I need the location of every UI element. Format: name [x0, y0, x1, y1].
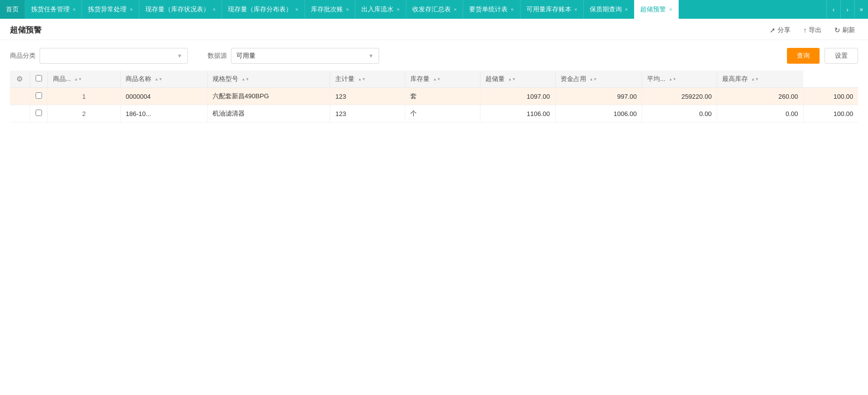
column-unit-label: 主计量: [335, 75, 354, 82]
filter-area: 商品分类 ▼ 数据源 可用量 ▼ 查询 设置: [0, 40, 868, 69]
close-icon-inventory-batch[interactable]: ×: [346, 6, 349, 12]
data-table: ⚙ 商品... ▲▼ 商品名称 ▲▼ 规格型号 ▲▼ 主计: [10, 71, 858, 122]
share-button[interactable]: ➚ 分享: [767, 25, 793, 36]
row-capital: 259220.00: [642, 88, 717, 105]
row-avg: 0.00: [717, 105, 803, 122]
row-spec: 123: [330, 88, 405, 105]
column-spec-label: 规格型号: [213, 75, 238, 82]
category-filter-group: 商品分类 ▼: [10, 48, 188, 64]
sort-icon-overstock: ▲▼: [508, 78, 516, 81]
nav-label-expiry-query: 保质期查询: [590, 5, 622, 14]
row-max-inventory: 100.00: [803, 105, 858, 122]
refresh-button[interactable]: ↻ 刷新: [831, 25, 858, 36]
table-row: 1 0000004 六配套新昌490BPG 123 套 1097.00 997.…: [10, 88, 858, 105]
nav-next-button[interactable]: ›: [840, 0, 854, 19]
share-icon: ➚: [770, 26, 776, 34]
nav-item-collect-summary[interactable]: 收发存汇总表 ×: [406, 0, 463, 19]
share-label: 分享: [778, 26, 790, 35]
column-unit[interactable]: 主计量 ▲▼: [330, 71, 405, 88]
nav-close-all-button[interactable]: ×: [854, 0, 868, 19]
column-capital[interactable]: 资金占用 ▲▼: [555, 71, 642, 88]
column-settings[interactable]: ⚙: [10, 71, 30, 88]
query-button[interactable]: 查询: [787, 48, 820, 64]
close-icon-overstock-warning[interactable]: ×: [669, 6, 672, 12]
column-overstock-label: 超储量: [485, 75, 505, 82]
nav-item-task-mgmt[interactable]: 拣货任务管理 ×: [25, 0, 82, 19]
category-filter-label: 商品分类: [10, 51, 36, 60]
nav-label-inventory-status: 现存量（库存状况表）: [145, 5, 210, 14]
datasource-select[interactable]: 可用量 ▼: [231, 48, 379, 64]
nav-label-inventory-batch: 库存批次账: [311, 5, 343, 14]
category-dropdown-icon: ▼: [177, 53, 182, 59]
sort-icon-spec: ▲▼: [241, 78, 249, 81]
row-avg: 260.00: [717, 88, 803, 105]
nav-label-home: 首页: [6, 5, 19, 14]
nav-item-expiry-query[interactable]: 保质期查询 ×: [584, 0, 634, 19]
column-inventory[interactable]: 库存量 ▲▼: [405, 71, 480, 88]
top-nav: 首页 拣货任务管理 × 拣货异常处理 × 现存量（库存状况表） × 现存量（库存…: [0, 0, 868, 19]
nav-item-order-stats[interactable]: 要货单统计表 ×: [463, 0, 520, 19]
row-unit: 套: [405, 88, 480, 105]
column-product-name[interactable]: 商品名称 ▲▼: [121, 71, 208, 88]
refresh-icon: ↻: [834, 26, 840, 34]
export-icon: ↑: [803, 26, 807, 34]
sort-icon-product-name: ▲▼: [155, 78, 163, 81]
row-check-cell: [30, 88, 47, 105]
row-check-cell: [30, 105, 47, 122]
close-icon-expiry-query[interactable]: ×: [625, 6, 628, 12]
close-icon-order-stats[interactable]: ×: [511, 6, 514, 12]
close-icon-inout-flow[interactable]: ×: [396, 6, 399, 12]
row-checkbox[interactable]: [36, 110, 42, 116]
nav-prev-button[interactable]: ‹: [826, 0, 840, 19]
nav-item-inventory-status[interactable]: 现存量（库存状况表） ×: [139, 0, 222, 19]
close-icon-collect-summary[interactable]: ×: [454, 6, 457, 12]
row-product-code: 186-10...: [121, 105, 208, 122]
datasource-filter-group: 数据源 可用量 ▼: [208, 48, 379, 64]
nav-label-inout-flow: 出入库流水: [361, 5, 393, 14]
nav-item-inventory-batch[interactable]: 库存批次账 ×: [305, 0, 355, 19]
datasource-filter-label: 数据源: [208, 51, 227, 60]
row-settings-cell: [10, 105, 30, 122]
refresh-label: 刷新: [842, 26, 855, 35]
nav-item-abnormal[interactable]: 拣货异常处理 ×: [82, 0, 139, 19]
column-overstock[interactable]: 超储量 ▲▼: [480, 71, 555, 88]
export-button[interactable]: ↑ 导出: [800, 25, 825, 36]
nav-arrows: ‹ › ×: [826, 0, 868, 19]
nav-label-available-ledger: 可用量库存账本: [526, 5, 571, 14]
row-settings-cell: [10, 88, 30, 105]
nav-item-available-ledger[interactable]: 可用量库存账本 ×: [521, 0, 584, 19]
row-product-code: 0000004: [121, 88, 208, 105]
close-icon-inventory-status[interactable]: ×: [213, 6, 216, 12]
settings-button[interactable]: 设置: [825, 48, 858, 64]
close-icon-task-mgmt[interactable]: ×: [73, 6, 76, 12]
table-header-row: ⚙ 商品... ▲▼ 商品名称 ▲▼ 规格型号 ▲▼ 主计: [10, 71, 858, 88]
close-icon-abnormal[interactable]: ×: [130, 6, 132, 12]
nav-item-inventory-dist[interactable]: 现存量（库存分布表） ×: [222, 0, 304, 19]
column-product-code-label: 商品...: [53, 75, 71, 82]
page-header: 超储预警 ➚ 分享 ↑ 导出 ↻ 刷新: [0, 19, 868, 40]
category-select[interactable]: ▼: [40, 48, 188, 64]
close-icon-available-ledger[interactable]: ×: [574, 6, 577, 12]
column-spec[interactable]: 规格型号 ▲▼: [207, 71, 330, 88]
nav-item-overstock-warning[interactable]: 超储预警 ×: [634, 0, 678, 19]
sort-icon-product-code: ▲▼: [74, 78, 82, 81]
nav-label-task-mgmt: 拣货任务管理: [31, 5, 70, 14]
row-num-cell: 1: [47, 88, 121, 105]
column-checkbox: [30, 71, 47, 88]
row-max-inventory: 100.00: [803, 88, 858, 105]
row-checkbox[interactable]: [36, 92, 42, 99]
column-max-inventory[interactable]: 最高库存 ▲▼: [717, 71, 803, 88]
row-num-cell: 2: [47, 105, 121, 122]
row-product-name: 机油滤清器: [207, 105, 330, 122]
sort-icon-capital: ▲▼: [589, 78, 597, 81]
select-all-checkbox[interactable]: [36, 75, 42, 81]
nav-item-inout-flow[interactable]: 出入库流水 ×: [355, 0, 406, 19]
column-product-code[interactable]: 商品... ▲▼: [47, 71, 121, 88]
column-avg[interactable]: 平均... ▲▼: [642, 71, 717, 88]
sort-icon-inventory: ▲▼: [433, 78, 441, 81]
nav-item-home[interactable]: 首页: [0, 0, 25, 19]
sort-icon-max-inventory: ▲▼: [751, 78, 759, 81]
close-icon-inventory-dist[interactable]: ×: [295, 6, 298, 12]
nav-label-overstock-warning: 超储预警: [640, 5, 666, 14]
row-inventory: 1106.00: [480, 105, 555, 122]
